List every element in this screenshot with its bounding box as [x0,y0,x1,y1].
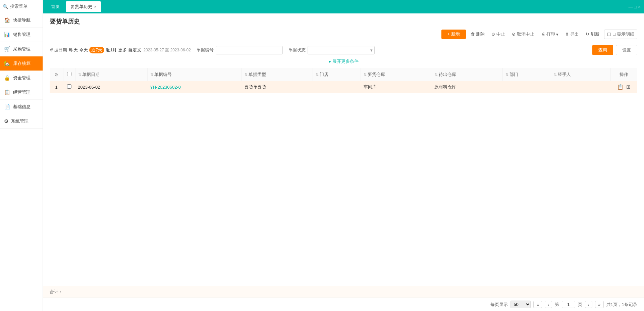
sidebar-label-purchase: 采购管理 [13,46,31,52]
date-shortcut-近7天[interactable]: 近7天 [89,47,104,53]
page-title: 要货单历史 [50,17,637,26]
add-button[interactable]: + 新增 [441,30,466,39]
tab-active[interactable]: 要货单历史 × [66,1,101,12]
date-shortcut-今天[interactable]: 今天 [79,47,88,53]
cell-pending-warehouse: 原材料仓库 [432,81,503,93]
bill-no-label: 单据编号 [196,47,214,53]
search-icon: 🔍 [3,4,8,9]
tab-active-label: 要货单历史 [70,4,92,10]
th-pending-warehouse[interactable]: 待出仓库 [432,68,503,81]
tab-home-label: 首页 [51,4,60,10]
cell-handler [551,81,610,93]
cell-store [313,81,361,93]
date-filter-label: 单据日期 [50,47,67,53]
date-shortcut-更多[interactable]: 更多 [118,47,127,53]
sidebar-item-sales[interactable]: 📊销售管理 [0,28,43,42]
date-filter-group: 单据日期 昨天今天近7天近1月更多自定义 2023-05-27 至 2023-0… [50,47,191,53]
settings-button[interactable]: 设置 [616,45,637,55]
sidebar-item-inventory[interactable]: 🏡库存核算 [0,56,43,71]
tab-close-icon[interactable]: × [94,5,96,9]
page-size-label: 每页显示 [490,302,508,308]
stop-button[interactable]: ⊘ 中止 [489,30,507,38]
status-filter-group: 单据状态 全部 待审核 已审核 已中止 ▾ [288,46,375,54]
th-department[interactable]: 部门 [503,68,551,81]
summary-label: 合计： [50,289,63,295]
sidebar-item-finance[interactable]: 🔒资金管理 [0,71,43,85]
sidebar-icon-sales: 📊 [4,32,10,38]
row-edit-button[interactable]: 📋 [617,84,624,90]
cell-department [503,81,551,93]
window-close[interactable]: × [638,4,641,9]
main-content: 首页 要货单历史 × — □ × 要货单历史 + 新增 🗑 删除 ⊘ 中止 ⊘ … [43,0,644,311]
date-shortcut-近1月[interactable]: 近1月 [106,47,117,53]
date-shortcut-自定义[interactable]: 自定义 [128,47,141,53]
sidebar-label-system: 系统管理 [11,118,29,124]
sidebar-item-system[interactable]: ⚙系统管理 [0,114,43,129]
row-detail-button[interactable]: ⊞ [626,84,631,90]
sidebar-icon-purchase: 🛒 [4,46,10,52]
date-shortcut-昨天[interactable]: 昨天 [69,47,78,53]
table-footer: 合计： [43,286,644,298]
expand-down-icon: ▾ [329,59,331,64]
checkbox-icon: ☐ [607,32,611,37]
row-checkbox[interactable] [67,84,71,89]
sidebar-item-basic-info[interactable]: 📄基础信息 [0,100,43,114]
prev-page-button[interactable]: ‹ [545,301,552,308]
sidebar-icon-finance: 🔒 [4,75,10,81]
cell-request-warehouse: 车间库 [361,81,432,93]
last-page-button[interactable]: » [595,301,603,308]
cell-check[interactable] [63,81,75,93]
sidebar-icon-system: ⚙ [4,118,8,124]
sidebar-item-purchase[interactable]: 🛒采购管理 [0,42,43,56]
cell-date: 2023-06-02 [75,81,147,93]
sidebar-search-label: 搜索菜单 [10,3,28,9]
table-row: 1 2023-06-02 YH-20230602-0 要货单要货 车间库 原材料… [50,81,637,93]
cell-ops: 📋 ⊞ [610,81,637,93]
table-settings-gear[interactable]: ⚙ [54,72,58,77]
first-page-button[interactable]: « [533,301,542,308]
next-page-button[interactable]: › [585,301,592,308]
date-range-display: 2023-05-27 至 2023-06-02 [143,47,191,53]
th-date[interactable]: 单据日期 [75,68,147,81]
filter-row: 单据日期 昨天今天近7天近1月更多自定义 2023-05-27 至 2023-0… [50,45,637,55]
sidebar-label-inventory: 库存核算 [13,60,31,66]
pagination: 每页显示 20 50 100 « ‹ 第 页 › » 共1页，1条记录 [43,298,644,311]
th-bill-type[interactable]: 单据类型 [242,68,313,81]
table-area: ⚙ 单据日期 单据编号 单据类型 门店 要货仓库 待出仓库 部门 经手人 操作 [43,68,644,286]
print-dropdown-icon[interactable]: ▾ [556,32,558,37]
content-header: 要货单历史 + 新增 🗑 删除 ⊘ 中止 ⊘ 取消中止 🖨 打印 ▾ ⬆ 导出 … [43,13,644,42]
sidebar-label-quick-nav: 快捷导航 [13,17,31,23]
th-bill-no[interactable]: 单据编号 [147,68,241,81]
delete-button[interactable]: 🗑 删除 [469,30,487,38]
page-size-select[interactable]: 20 50 100 [511,301,531,308]
toolbar: + 新增 🗑 删除 ⊘ 中止 ⊘ 取消中止 🖨 打印 ▾ ⬆ 导出 ↻ 刷新 ☐… [50,30,637,42]
data-table: ⚙ 单据日期 单据编号 单据类型 门店 要货仓库 待出仓库 部门 经手人 操作 [50,68,637,93]
sidebar-item-quick-nav[interactable]: 🏠快捷导航 [0,13,43,28]
sidebar-label-finance: 资金管理 [13,75,31,81]
window-minimize[interactable]: — [629,4,633,9]
export-button[interactable]: ⬆ 导出 [563,30,581,38]
cancel-stop-button[interactable]: ⊘ 取消中止 [510,30,536,38]
tab-home[interactable]: 首页 [46,1,64,12]
sidebar-label-operations: 经营管理 [13,89,31,95]
cell-bill-no[interactable]: YH-20230602-0 [147,81,241,93]
show-detail-button[interactable]: ☐ □ 显示明细 [604,30,637,39]
refresh-button[interactable]: ↻ 刷新 [584,30,601,38]
print-button[interactable]: 🖨 打印 ▾ [539,30,561,38]
sidebar-search[interactable]: 🔍 搜索菜单 [0,0,43,13]
th-store[interactable]: 门店 [313,68,361,81]
th-ops: 操作 [610,68,637,81]
status-label: 单据状态 [288,47,306,53]
th-request-warehouse[interactable]: 要货仓库 [361,68,432,81]
expand-more-button[interactable]: ▾ 展开更多条件 [329,58,359,64]
bill-no-input[interactable] [216,46,283,54]
sidebar-item-operations[interactable]: 📋经营管理 [0,85,43,100]
select-all-checkbox[interactable] [67,72,71,76]
query-button[interactable]: 查询 [592,45,613,55]
status-select[interactable]: 全部 待审核 已审核 已中止 [308,46,375,54]
current-page-input[interactable] [562,301,575,308]
page-label-prefix: 第 [555,302,559,308]
th-handler[interactable]: 经手人 [551,68,610,81]
window-maximize[interactable]: □ [634,4,637,9]
bill-no-link[interactable]: YH-20230602-0 [150,85,181,90]
